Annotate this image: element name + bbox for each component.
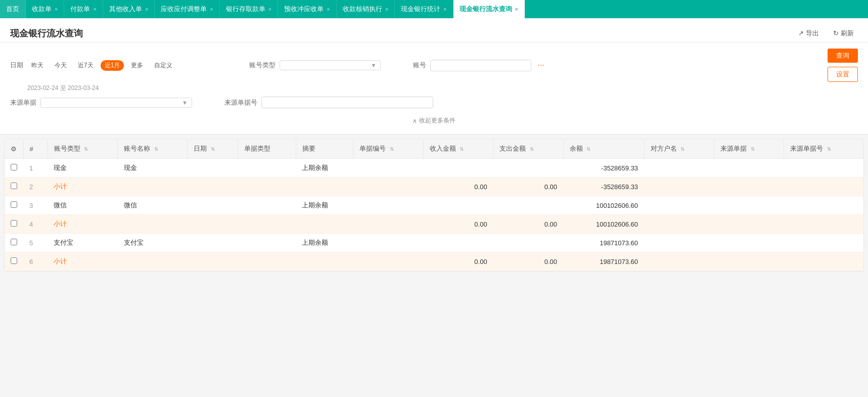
filter-row-1: 日期 昨天 今天 近7天 近1月 更多 自定义 账号类型 ▼ — [10, 49, 858, 82]
cell-doc-no — [353, 178, 423, 196]
column-balance[interactable]: 余额 ⇅ — [563, 139, 644, 159]
column-account-type[interactable]: 账号类型 ⇅ — [48, 139, 117, 159]
column-expense[interactable]: 支出金额 ⇅ — [493, 139, 563, 159]
cell-checkbox[interactable] — [5, 234, 23, 252]
date-btn-more[interactable]: 更多 — [127, 60, 147, 71]
table-row: 3 微信 微信 上期余额 100102606.60 — [5, 196, 863, 215]
cell-account-type: 小计 — [48, 215, 117, 234]
cell-checkbox[interactable] — [5, 159, 23, 178]
column-source-doc-no[interactable]: 来源单据号 ⇅ — [784, 139, 863, 159]
row-checkbox[interactable] — [11, 201, 17, 208]
cell-counterparty — [644, 252, 714, 271]
column-gear[interactable]: ⚙ — [5, 139, 23, 159]
cell-checkbox[interactable] — [5, 252, 23, 271]
row-checkbox[interactable] — [11, 220, 17, 227]
cell-expense: 0.00 — [493, 178, 563, 196]
refresh-icon: ↻ — [833, 29, 839, 37]
data-table: ⚙ # 账号类型 ⇅ 账号名称 ⇅ 日期 ⇅ 单据类型 摘要 单据编号 ⇅ 收入… — [5, 139, 863, 271]
account-type-label: 账号类型 — [249, 61, 276, 70]
cell-counterparty — [644, 215, 714, 234]
date-range-text: 2023-02-24 至 2023-03-24 — [27, 84, 99, 92]
row-checkbox[interactable] — [11, 164, 17, 170]
dots-icon[interactable]: ··· — [537, 61, 544, 70]
cell-source-doc — [714, 234, 784, 252]
table-container: ⚙ # 账号类型 ⇅ 账号名称 ⇅ 日期 ⇅ 单据类型 摘要 单据编号 ⇅ 收入… — [4, 139, 864, 272]
source-doc-select[interactable]: ▼ — [40, 98, 192, 108]
row-checkbox[interactable] — [11, 257, 17, 264]
cell-income — [423, 196, 493, 215]
cell-balance: 19871073.60 — [563, 252, 644, 271]
close-icon[interactable]: × — [268, 6, 271, 12]
column-counterparty[interactable]: 对方户名 ⇅ — [644, 139, 714, 159]
query-button[interactable]: 查询 — [828, 49, 858, 63]
cell-source-doc-no — [784, 252, 863, 271]
row-checkbox[interactable] — [11, 183, 17, 189]
export-button[interactable]: ↗ 导出 — [794, 27, 823, 40]
close-icon[interactable]: × — [93, 6, 96, 12]
cell-checkbox[interactable] — [5, 215, 23, 234]
cell-counterparty — [644, 178, 714, 196]
close-icon[interactable]: × — [327, 6, 330, 12]
sort-icon: ⇅ — [680, 146, 684, 152]
nav-tab-advance[interactable]: 预收冲应收单 × — [278, 0, 336, 18]
cell-date — [188, 196, 238, 215]
cell-expense — [493, 234, 563, 252]
nav-tab-home[interactable]: 首页 — [0, 0, 26, 18]
nav-tab-adjustment-label: 应收应付调整单 — [161, 5, 207, 14]
cell-account-type: 小计 — [48, 178, 117, 196]
collapse-bar[interactable]: ∧ 收起更多条件 — [10, 113, 858, 128]
page-title: 现金银行流水查询 — [10, 27, 83, 39]
close-icon[interactable]: × — [443, 6, 446, 12]
nav-tab-payment[interactable]: 付款单 × — [64, 0, 103, 18]
close-icon[interactable]: × — [55, 6, 58, 12]
table-row: 1 现金 现金 上期余额 -3528659.33 — [5, 159, 863, 178]
account-input[interactable] — [430, 60, 531, 71]
source-doc-no-input[interactable] — [261, 97, 433, 108]
nav-tab-adjustment[interactable]: 应收应付调整单 × — [155, 0, 219, 18]
cell-summary — [296, 215, 353, 234]
column-date[interactable]: 日期 ⇅ — [188, 139, 238, 159]
filter-area: 日期 昨天 今天 近7天 近1月 更多 自定义 账号类型 ▼ — [0, 42, 868, 135]
cell-source-doc — [714, 252, 784, 271]
row-checkbox[interactable] — [11, 239, 17, 245]
close-icon[interactable]: × — [210, 6, 213, 12]
cell-source-doc-no — [784, 215, 863, 234]
nav-tab-advance-label: 预收冲应收单 — [284, 5, 324, 14]
cell-checkbox[interactable] — [5, 178, 23, 196]
column-source-doc[interactable]: 来源单据 ⇅ — [714, 139, 784, 159]
sort-icon: ⇅ — [827, 146, 831, 152]
nav-tab-other-income[interactable]: 其他收入单 × — [103, 0, 155, 18]
date-btn-7days[interactable]: 近7天 — [74, 60, 98, 71]
date-btn-yesterday[interactable]: 昨天 — [27, 60, 48, 71]
cell-account-name — [118, 178, 188, 196]
close-icon[interactable]: × — [515, 6, 518, 12]
date-btn-1month[interactable]: 近1月 — [101, 60, 124, 71]
cell-expense: 0.00 — [493, 252, 563, 271]
account-type-select[interactable]: ▼ — [280, 60, 381, 70]
cell-doc-type — [238, 159, 296, 178]
sort-icon: ⇅ — [390, 146, 394, 152]
nav-tab-collection[interactable]: 收款核销执行 × — [337, 0, 395, 18]
cell-num: 4 — [23, 215, 48, 234]
date-shortcuts: 昨天 今天 近7天 近1月 更多 自定义 — [27, 60, 176, 71]
column-doc-no[interactable]: 单据编号 ⇅ — [353, 139, 423, 159]
date-btn-custom[interactable]: 自定义 — [150, 60, 176, 71]
cell-account-type: 微信 — [48, 196, 117, 215]
column-income[interactable]: 收入金额 ⇅ — [423, 139, 493, 159]
cell-checkbox[interactable] — [5, 196, 23, 215]
date-btn-today[interactable]: 今天 — [51, 60, 71, 71]
column-account-name[interactable]: 账号名称 ⇅ — [118, 139, 188, 159]
top-navigation: 首页 收款单 × 付款单 × 其他收入单 × 应收应付调整单 × 银行存取款单 … — [0, 0, 868, 18]
close-icon[interactable]: × — [145, 6, 148, 12]
nav-tab-bank-flow[interactable]: 现金银行流水查询 × — [453, 0, 525, 18]
refresh-button[interactable]: ↻ 刷新 — [829, 27, 858, 40]
nav-tab-bank-deposit[interactable]: 银行存取款单 × — [220, 0, 278, 18]
cell-source-doc — [714, 159, 784, 178]
cell-account-name: 支付宝 — [118, 234, 188, 252]
cell-date — [188, 234, 238, 252]
close-icon[interactable]: × — [385, 6, 388, 12]
settings-button[interactable]: 设置 — [828, 67, 858, 82]
nav-tab-bank-stats[interactable]: 现金银行统计 × — [395, 0, 453, 18]
cell-doc-type — [238, 178, 296, 196]
nav-tab-receipt[interactable]: 收款单 × — [26, 0, 64, 18]
